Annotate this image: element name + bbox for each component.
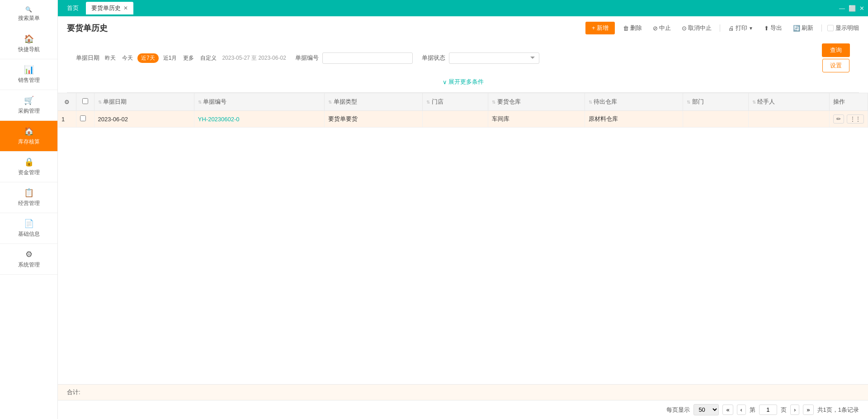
prev-page-btn[interactable]: ‹ (737, 405, 746, 415)
tab-order-history-label: 要货单历史 (91, 4, 121, 12)
last-page-btn[interactable]: » (803, 405, 813, 415)
chart-icon: 📊 (24, 65, 34, 75)
sidebar-label-inventory: 库存核算 (18, 138, 40, 146)
td-store (423, 111, 488, 128)
date-shortcuts: 昨天 今天 近7天 近1月 更多 自定义 (103, 53, 218, 63)
export-button[interactable]: ⬆ 导出 (761, 22, 785, 34)
td-department (683, 111, 749, 128)
th-checkbox[interactable] (76, 93, 94, 111)
refresh-icon: 🔄 (793, 25, 800, 32)
sidebar-item-operations[interactable]: 📋 经营管理 (0, 182, 57, 213)
select-all-checkbox[interactable] (82, 98, 88, 104)
edit-icon[interactable]: ✏ (833, 114, 844, 124)
sidebar-item-search-menu[interactable]: 🔍 搜索菜单 (0, 0, 57, 29)
status-filter-group: 单据状态 (422, 52, 539, 64)
tab-order-history[interactable]: 要货单历史 ✕ (86, 2, 133, 14)
display-detail-toggle[interactable]: 显示明细 (827, 24, 859, 32)
toolbar-divider-1 (720, 24, 720, 32)
td-warehouse: 车间库 (488, 111, 585, 128)
refresh-button[interactable]: 🔄 刷新 (790, 22, 816, 34)
stop-icon: ⊘ (653, 25, 658, 32)
sidebar-label-system: 系统管理 (18, 261, 40, 269)
table-area: ⚙ ⇅ 单据日期 ⇅ 单据编号 ⇅ 单据类型 ⇅ 门店 ⇅ 要货仓库 ⇅ 待出仓… (58, 93, 868, 384)
window-close-btn[interactable]: ✕ (859, 5, 864, 12)
print-btn-label: 打印 (736, 24, 747, 32)
query-button[interactable]: 查询 (822, 43, 850, 57)
delete-button[interactable]: 🗑 删除 (620, 22, 645, 34)
new-button[interactable]: + 新增 (585, 22, 615, 34)
expand-filter-button[interactable]: ∨ 展开更多条件 (443, 78, 484, 86)
cancel-stop-btn-label: 取消中止 (688, 24, 712, 32)
date-shortcut-yesterday[interactable]: 昨天 (103, 53, 118, 63)
date-shortcut-more[interactable]: 更多 (181, 53, 196, 63)
sidebar-item-purchase[interactable]: 🛒 采购管理 (0, 90, 57, 121)
first-page-btn[interactable]: « (722, 405, 733, 415)
tab-home[interactable]: 首页 (61, 2, 84, 14)
td-pending-wh: 原材料仓库 (585, 111, 683, 128)
td-order-no: YH-20230602-0 (194, 111, 324, 128)
toolbar: + 新增 🗑 删除 ⊘ 中止 ⊙ 取消中止 (585, 22, 859, 34)
stop-btn-label: 中止 (659, 24, 671, 32)
home-icon: 🏠 (24, 34, 34, 44)
page-title: 要货单历史 (67, 23, 108, 33)
more-icon[interactable]: ⋮⋮ (847, 114, 864, 124)
stop-button[interactable]: ⊘ 中止 (650, 22, 674, 34)
date-shortcut-1month[interactable]: 近1月 (161, 53, 179, 63)
export-btn-label: 导出 (770, 24, 782, 32)
td-handler (748, 111, 829, 128)
display-detail-checkbox[interactable] (827, 25, 834, 31)
th-order-no: ⇅ 单据编号 (194, 93, 324, 111)
row-checkbox[interactable] (80, 115, 86, 121)
page-label: 第 (750, 406, 755, 414)
print-button[interactable]: 🖨 打印 ▼ (726, 22, 756, 34)
total-records: 共1页，1条记录 (817, 406, 859, 414)
sidebar: 🔍 搜索菜单 🏠 快捷导航 📊 销售管理 🛒 采购管理 🏠 库存核算 🔒 资金管… (0, 0, 58, 419)
td-checkbox[interactable] (76, 111, 94, 128)
order-no-input[interactable] (322, 52, 413, 64)
expand-icon: ∨ (443, 79, 447, 86)
date-filter-label: 单据日期 (76, 54, 99, 62)
sidebar-item-basic-info[interactable]: 📄 基础信息 (0, 213, 57, 244)
th-warehouse: ⇅ 要货仓库 (488, 93, 585, 111)
sidebar-item-finance[interactable]: 🔒 资金管理 (0, 152, 57, 182)
sidebar-label-finance: 资金管理 (18, 169, 40, 176)
order-no-filter-group: 单据编号 (295, 52, 413, 64)
operations-icon: 📋 (24, 188, 34, 198)
window-minimize-btn[interactable]: — (839, 5, 845, 12)
date-shortcut-today[interactable]: 今天 (120, 53, 135, 63)
cancel-stop-button[interactable]: ⊙ 取消中止 (679, 22, 714, 34)
page-suffix: 页 (781, 406, 787, 414)
print-dropdown-icon: ▼ (749, 26, 753, 31)
query-buttons: 查询 设置 (822, 43, 850, 72)
page-input[interactable] (759, 405, 777, 415)
main-content: 首页 要货单历史 ✕ — ⬜ ✕ 要货单历史 + 新增 🗑 删 (58, 0, 868, 419)
sidebar-label-operations: 经营管理 (18, 200, 40, 207)
sidebar-item-sales[interactable]: 📊 销售管理 (0, 59, 57, 90)
th-department: ⇅ 部门 (683, 93, 749, 111)
sidebar-item-quick-nav[interactable]: 🏠 快捷导航 (0, 29, 57, 59)
print-icon: 🖨 (728, 25, 734, 32)
sidebar-item-system[interactable]: ⚙ 系统管理 (0, 244, 57, 275)
search-icon: 🔍 (25, 6, 32, 13)
window-restore-btn[interactable]: ⬜ (849, 5, 856, 12)
display-detail-label: 显示明细 (835, 24, 859, 32)
date-shortcut-custom[interactable]: 自定义 (198, 53, 218, 63)
action-icons: ✏ ⋮⋮ (833, 114, 864, 124)
setting-button[interactable]: 设置 (822, 59, 849, 72)
sidebar-label-purchase: 采购管理 (18, 107, 40, 115)
status-select[interactable] (449, 52, 539, 64)
tab-close-icon[interactable]: ✕ (123, 5, 128, 11)
per-page-select[interactable]: 50 10 20 100 (693, 404, 719, 415)
th-store: ⇅ 门店 (423, 93, 488, 111)
page-header: 要货单历史 + 新增 🗑 删除 ⊘ 中止 ⊙ 取消中止 (58, 16, 868, 93)
status-label: 单据状态 (422, 54, 445, 62)
next-page-btn[interactable]: › (790, 405, 799, 415)
page-area: 要货单历史 + 新增 🗑 删除 ⊘ 中止 ⊙ 取消中止 (58, 16, 868, 419)
delete-btn-label: 删除 (630, 24, 642, 32)
order-no-link[interactable]: YH-20230602-0 (198, 116, 240, 123)
th-settings[interactable]: ⚙ (58, 93, 76, 111)
th-type: ⇅ 单据类型 (325, 93, 423, 111)
date-shortcut-7days[interactable]: 近7天 (137, 53, 159, 63)
sidebar-item-inventory[interactable]: 🏠 库存核算 (0, 121, 57, 152)
new-btn-label: + 新增 (592, 24, 609, 32)
